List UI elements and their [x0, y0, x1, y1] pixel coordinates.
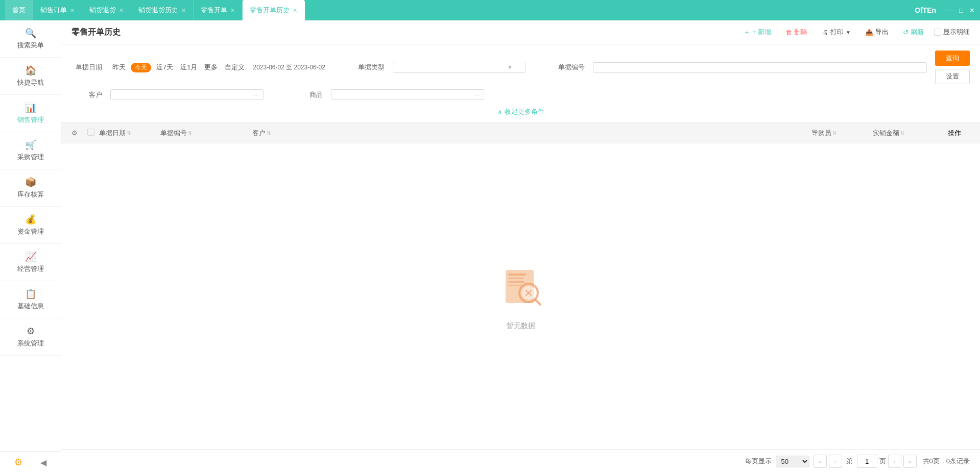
delete-label: 删除 [794, 28, 807, 37]
sidebar-item-sales[interactable]: 📊 销售管理 [0, 95, 61, 132]
tab-sales-return-history-close[interactable]: ✕ [181, 7, 186, 14]
tab-sales-order-close[interactable]: ✕ [70, 7, 75, 14]
operation-icon: 📈 [25, 251, 36, 262]
col-guide-sort-icon: ⇅ [832, 130, 836, 136]
col-amount-header[interactable]: 实销金额 ⇅ [873, 129, 934, 138]
page-title: 零售开单历史 [71, 27, 121, 38]
sidebar-item-nav[interactable]: 🏠 快捷导航 [0, 58, 61, 95]
col-number-sort-icon: ⇅ [188, 130, 192, 136]
date-7days[interactable]: 近7天 [154, 62, 175, 73]
col-date-header[interactable]: 单据日期 ⇅ [99, 129, 160, 138]
add-button[interactable]: ＋ + 新增 [739, 26, 775, 39]
total-info: 共0页，0条记录 [923, 457, 970, 466]
sidebar-item-purchase[interactable]: 🛒 采购管理 [0, 132, 61, 169]
sidebar-item-system[interactable]: ⚙ 系统管理 [0, 318, 61, 356]
svg-rect-4 [508, 285, 521, 286]
collapse-button[interactable]: ∧ 收起更多条件 [497, 107, 544, 116]
prev-page-button[interactable]: ‹ [829, 455, 842, 468]
export-button[interactable]: 📤 导出 [861, 26, 893, 39]
add-label: + 新增 [752, 28, 771, 37]
filter-row-2: 客户 ··· 商品 ··· [71, 89, 970, 100]
type-filter-select[interactable]: ▼ [393, 62, 525, 73]
date-today[interactable]: 今天 [131, 63, 151, 72]
sidebar-item-sales-label: 销售管理 [17, 115, 44, 125]
goods-filter-input[interactable]: ··· [331, 89, 484, 100]
filter-area: 单据日期 昨天 今天 近7天 近1月 更多 自定义 2023-06-02 至 2… [61, 44, 980, 123]
empty-svg-icon [495, 262, 546, 313]
date-custom[interactable]: 自定义 [223, 62, 247, 73]
tab-sales-order[interactable]: 销售订单 ✕ [33, 0, 82, 20]
basic-icon: 📋 [25, 288, 36, 300]
sidebar-item-finance[interactable]: 💰 资金管理 [0, 207, 61, 244]
date-yesterday[interactable]: 昨天 [110, 62, 128, 73]
settings-button[interactable]: 设置 [935, 69, 970, 84]
sidebar-item-search[interactable]: 🔍 搜索采单 [0, 20, 61, 58]
tab-sales-return-close[interactable]: ✕ [119, 7, 124, 14]
tab-sales-return-history[interactable]: 销货退货历史 ✕ [131, 0, 194, 20]
first-page-button[interactable]: « [814, 455, 827, 468]
tab-retail-open-history-close[interactable]: ✕ [293, 7, 297, 14]
filter-row-1: 单据日期 昨天 今天 近7天 近1月 更多 自定义 2023-06-02 至 2… [71, 51, 970, 84]
query-button[interactable]: 查询 [935, 51, 970, 66]
date-more[interactable]: 更多 [202, 62, 220, 73]
display-checkbox[interactable] [934, 29, 941, 36]
page-nav: « ‹ 第 页 › » 共0页，0条记录 [814, 455, 970, 468]
col-number-header[interactable]: 单据编号 ⇅ [160, 129, 252, 138]
date-1month[interactable]: 近1月 [178, 62, 199, 73]
table-header: ⚙ 单据日期 ⇅ 单据编号 ⇅ 客户 ⇅ 导购员 ⇅ [61, 123, 980, 143]
col-customer-header[interactable]: 客户 ⇅ [252, 129, 811, 138]
empty-illustration [495, 262, 546, 313]
minimize-button[interactable]: — [946, 7, 953, 14]
column-settings-icon[interactable]: ⚙ [66, 129, 83, 137]
goods-input-field[interactable] [336, 91, 474, 98]
tab-retail-open-history[interactable]: 零售开单历史 ✕ [243, 0, 305, 20]
number-input-field[interactable] [597, 64, 922, 71]
col-customer-label: 客户 [252, 129, 266, 138]
sidebar-collapse-icon[interactable]: ◀ [40, 458, 46, 467]
select-all-checkbox[interactable] [87, 129, 94, 136]
sales-icon: 📊 [25, 102, 36, 113]
page-header: 零售开单历史 ＋ + 新增 🗑 删除 🖨 打印 ▼ 📤 导出 [61, 20, 980, 44]
tab-retail-open-close[interactable]: ✕ [230, 7, 235, 14]
tab-retail-open[interactable]: 零售开单 ✕ [194, 0, 243, 20]
customer-filter-input[interactable]: ··· [110, 89, 264, 100]
svg-rect-1 [508, 273, 526, 276]
page-number-input[interactable] [857, 455, 877, 468]
next-page-button[interactable]: › [888, 455, 901, 468]
sidebar-item-inventory[interactable]: 📦 库存核算 [0, 169, 61, 207]
page-size-select[interactable]: 10 20 50 100 [776, 456, 809, 467]
header-checkbox[interactable] [83, 129, 99, 137]
tab-home[interactable]: 首页 [5, 0, 33, 20]
col-guide-header[interactable]: 导购员 ⇅ [811, 129, 873, 138]
refresh-button[interactable]: ↺ 刷新 [899, 26, 928, 39]
collapse-label: 收起更多条件 [505, 107, 544, 116]
close-button[interactable]: ✕ [969, 7, 975, 14]
sidebar-settings-icon[interactable]: ⚙ [14, 457, 22, 468]
tab-sales-order-label: 销售订单 [40, 6, 67, 15]
print-button[interactable]: 🖨 打印 ▼ [818, 26, 855, 39]
finance-icon: 💰 [25, 214, 36, 225]
sidebar-item-purchase-label: 采购管理 [17, 153, 44, 162]
sidebar-item-nav-label: 快捷导航 [17, 78, 44, 87]
tab-sales-return-history-label: 销货退货历史 [138, 6, 178, 15]
customer-input-field[interactable] [115, 91, 254, 98]
col-date-label: 单据日期 [99, 129, 126, 138]
goods-ellipsis-icon[interactable]: ··· [474, 91, 480, 98]
display-checkbox-area[interactable]: 显示明细 [934, 28, 970, 37]
pagination: 每页显示 10 20 50 100 « ‹ 第 页 › » 共0页，0条记录 [61, 449, 980, 473]
number-filter-input[interactable] [593, 62, 927, 73]
table-area: ⚙ 单据日期 ⇅ 单据编号 ⇅ 客户 ⇅ 导购员 ⇅ [61, 123, 980, 449]
maximize-button[interactable]: □ [959, 7, 963, 14]
sidebar-item-operation[interactable]: 📈 经营管理 [0, 244, 61, 281]
svg-rect-2 [508, 278, 523, 279]
purchase-icon: 🛒 [25, 139, 36, 151]
sidebar-item-basic[interactable]: 📋 基础信息 [0, 281, 61, 318]
delete-button[interactable]: 🗑 删除 [781, 26, 811, 39]
display-label: 显示明细 [943, 28, 970, 37]
customer-ellipsis-icon[interactable]: ··· [254, 91, 259, 98]
col-customer-sort-icon: ⇅ [267, 130, 271, 136]
last-page-button[interactable]: » [903, 455, 917, 468]
page-label-prefix: 第 [846, 457, 853, 466]
tab-sales-return[interactable]: 销货退货 ✕ [82, 0, 131, 20]
date-range-display: 2023-06-02 至 2023-06-02 [253, 63, 325, 72]
